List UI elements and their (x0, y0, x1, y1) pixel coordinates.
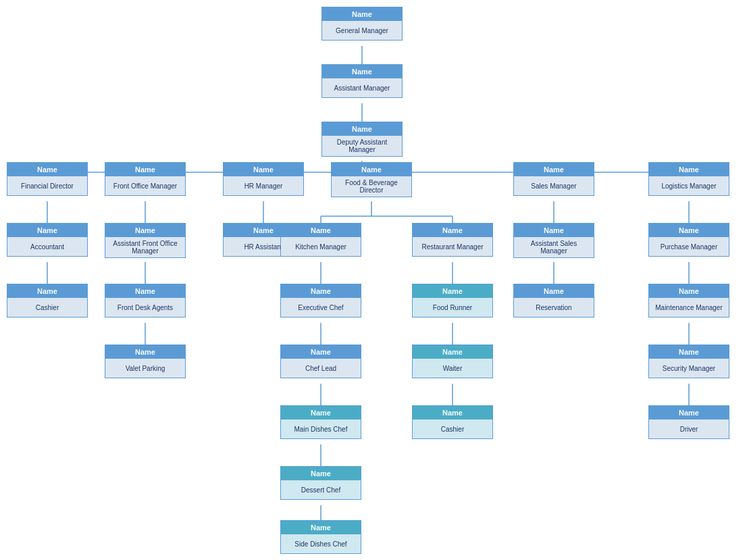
node-dessert-chef: Name Dessert Chef (280, 466, 361, 500)
node-hr-manager: Name HR Manager (223, 162, 304, 196)
node-deputy-assistant-role: Deputy Assistant Manager (322, 136, 402, 156)
node-general-manager-role: General Manager (322, 21, 402, 40)
node-asst-front-office: Name Assistant Front Office Manager (105, 223, 186, 258)
node-security-manager: Name Security Manager (648, 345, 729, 378)
node-cashier2: Name Cashier (412, 405, 493, 439)
node-driver: Name Driver (648, 405, 729, 439)
node-assistant-manager-label: Name (322, 65, 402, 78)
node-general-manager-label: Name (322, 7, 402, 21)
node-cashier1: Name Cashier (7, 284, 88, 317)
node-assistant-manager-role: Assistant Manager (322, 78, 402, 97)
node-accountant: Name Accountant (7, 223, 88, 257)
node-executive-chef: Name Executive Chef (280, 284, 361, 317)
node-main-dishes-chef: Name Main Dishes Chef (280, 405, 361, 439)
node-general-manager: Name General Manager (321, 7, 403, 41)
node-chef-lead: Name Chef Lead (280, 345, 361, 378)
org-chart: Name General Manager Name Assistant Mana… (0, 0, 749, 560)
node-purchase-manager: Name Purchase Manager (648, 223, 729, 257)
node-waiter: Name Waiter (412, 345, 493, 378)
node-food-beverage-director: Name Food & Beverage Director (331, 162, 412, 197)
node-financial-director: Name Financial Director (7, 162, 88, 196)
node-side-dishes-chef: Name Side Dishes Chef (280, 520, 361, 554)
node-asst-sales-manager: Name Assistant Sales Manager (513, 223, 594, 258)
node-logistics-manager: Name Logistics Manager (648, 162, 729, 196)
node-reservation: Name Reservation (513, 284, 594, 317)
node-restaurant-manager: Name Restaurant Manager (412, 223, 493, 257)
node-assistant-manager: Name Assistant Manager (321, 64, 403, 98)
node-front-desk-agents: Name Front Desk Agents (105, 284, 186, 317)
node-sales-manager: Name Sales Manager (513, 162, 594, 196)
node-food-runner: Name Food Runner (412, 284, 493, 317)
node-kitchen-manager: Name Kitchen Manager (280, 223, 361, 257)
node-deputy-assistant-label: Name (322, 122, 402, 136)
node-valet-parking: Name Valet Parking (105, 345, 186, 378)
node-deputy-assistant: Name Deputy Assistant Manager (321, 122, 403, 157)
node-maintenance-manager: Name Maintenance Manager (648, 284, 729, 317)
node-front-office-manager: Name Front Office Manager (105, 162, 186, 196)
